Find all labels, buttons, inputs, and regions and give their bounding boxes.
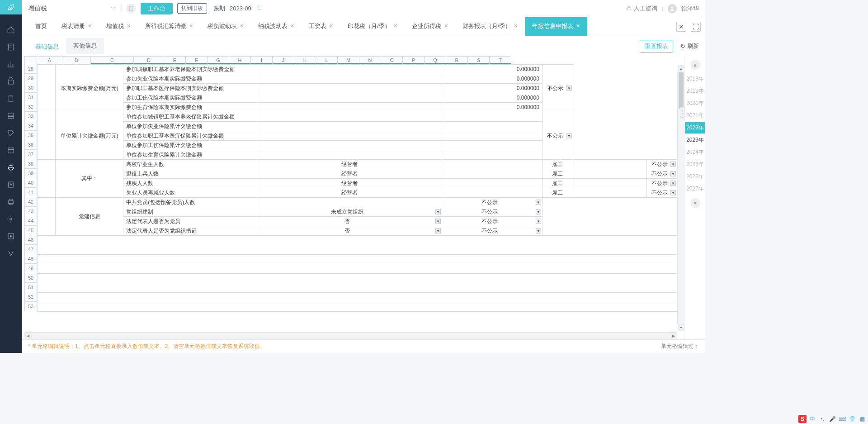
- scroll-left-button[interactable]: ◀: [24, 333, 32, 340]
- g3-bv-0[interactable]: [573, 160, 646, 169]
- tab-close-icon[interactable]: ✕: [290, 23, 294, 29]
- nav-export[interactable]: [0, 179, 22, 190]
- tab-8[interactable]: 企业所得税✕: [405, 17, 455, 36]
- empty-row-52[interactable]: [38, 293, 677, 302]
- tab-close-icon[interactable]: ✕: [444, 23, 448, 29]
- g2-gap-0[interactable]: [257, 112, 442, 122]
- col-T[interactable]: T: [490, 56, 511, 64]
- g3-public-2[interactable]: 不公示▼: [646, 179, 677, 188]
- tab-close-icon[interactable]: ✕: [514, 23, 518, 29]
- dropdown-arrow-icon[interactable]: ▼: [670, 181, 676, 186]
- col-S[interactable]: S: [468, 56, 490, 64]
- g1-public[interactable]: 不公示▼: [542, 65, 573, 112]
- scroll-up-button[interactable]: ▲: [678, 65, 684, 72]
- tab-close-icon[interactable]: ✕: [393, 23, 397, 29]
- g1-value-0[interactable]: 0.000000: [442, 65, 542, 74]
- row-39[interactable]: 39: [24, 169, 37, 178]
- col-F[interactable]: F: [186, 56, 208, 64]
- doc-icon-button[interactable]: [126, 4, 136, 14]
- row-29[interactable]: 29: [24, 74, 37, 83]
- nav-settings[interactable]: [0, 214, 22, 224]
- row-45[interactable]: 45: [24, 226, 37, 235]
- g2-public[interactable]: 不公示▼: [542, 112, 573, 160]
- nav-chart[interactable]: [0, 59, 22, 70]
- col-P[interactable]: P: [403, 56, 425, 64]
- tab-5[interactable]: 纳税波动表✕: [251, 17, 302, 36]
- dropdown-arrow-icon[interactable]: ▼: [670, 171, 676, 176]
- g1-value-3[interactable]: 0.000000: [442, 93, 542, 103]
- ime-skin-icon[interactable]: 👕: [848, 415, 856, 423]
- year-2023年[interactable]: 2023年: [685, 134, 706, 146]
- year-2021年[interactable]: 2021年: [685, 110, 706, 121]
- col-H[interactable]: H: [229, 56, 251, 64]
- ime-zh-icon[interactable]: 中: [808, 415, 816, 423]
- g3-av-3[interactable]: [442, 188, 542, 198]
- subtab-other[interactable]: 其他信息: [66, 38, 104, 54]
- g2-gap-3[interactable]: [257, 141, 442, 150]
- row-53[interactable]: 53: [24, 302, 37, 311]
- nav-play[interactable]: [0, 231, 22, 242]
- tab-10[interactable]: 年报信息申报表✕: [525, 17, 587, 36]
- empty-row-50[interactable]: [38, 274, 677, 283]
- row-32[interactable]: 32: [24, 102, 37, 112]
- row-42[interactable]: 42: [24, 197, 37, 207]
- row-28[interactable]: 28: [24, 64, 37, 74]
- vscroll-thumb[interactable]: [679, 72, 684, 109]
- g2-value-1[interactable]: [442, 122, 542, 131]
- dropdown-arrow-icon[interactable]: ▼: [536, 228, 541, 233]
- row-43[interactable]: 43: [24, 207, 37, 216]
- g1-gap-2[interactable]: [257, 84, 442, 93]
- corner-cell[interactable]: [24, 56, 37, 64]
- g4-value-2[interactable]: 否▼: [257, 217, 442, 226]
- dropdown-arrow-icon[interactable]: ▼: [670, 190, 676, 195]
- col-L[interactable]: L: [316, 56, 338, 64]
- tab-3[interactable]: 所得税汇算清缴✕: [138, 17, 200, 36]
- dropdown-arrow-icon[interactable]: ▼: [670, 162, 676, 167]
- tab-0[interactable]: 首页: [28, 17, 54, 36]
- nav-print[interactable]: [0, 196, 22, 207]
- expand-tabs-button[interactable]: ⛶: [691, 22, 701, 32]
- row-51[interactable]: 51: [24, 283, 37, 292]
- ime-kbd-icon[interactable]: ⌨: [838, 415, 846, 423]
- g3-av-2[interactable]: [442, 179, 542, 188]
- tab-9[interactable]: 财务报表（月/季）✕: [455, 17, 525, 36]
- horizontal-scrollbar[interactable]: ◀ ▶: [24, 332, 677, 339]
- spreadsheet-table[interactable]: 本期实际缴费金额(万元)参加城镇职工基本养老保险本期实际缴费金额0.000000…: [37, 64, 677, 312]
- tab-close-icon[interactable]: ✕: [240, 23, 244, 29]
- row-47[interactable]: 47: [24, 245, 37, 254]
- tab-close-icon[interactable]: ✕: [88, 23, 92, 29]
- dropdown-arrow-icon[interactable]: ▼: [435, 209, 441, 214]
- nav-home[interactable]: [0, 24, 22, 35]
- refresh-button[interactable]: ↻ 刷新: [680, 42, 699, 50]
- g2-value-0[interactable]: [442, 112, 542, 122]
- workspace-button[interactable]: 工作台: [141, 3, 173, 14]
- g3-public-1[interactable]: 不公示▼: [646, 169, 677, 179]
- g3-public-3[interactable]: 不公示▼: [646, 188, 677, 198]
- g2-value-3[interactable]: [442, 141, 542, 150]
- tab-1[interactable]: 税表清册✕: [54, 17, 99, 36]
- row-44[interactable]: 44: [24, 216, 37, 226]
- scroll-down-button[interactable]: ▼: [678, 324, 684, 331]
- year-2022年[interactable]: 2022年: [685, 122, 706, 133]
- scroll-right-button[interactable]: ▶: [670, 333, 677, 340]
- ime-punct-icon[interactable]: •,: [818, 415, 826, 423]
- nav-calendar[interactable]: [0, 145, 22, 156]
- subtab-basic[interactable]: 基础信息: [28, 38, 66, 54]
- g1-gap-3[interactable]: [257, 93, 442, 103]
- row-41[interactable]: 41: [24, 188, 37, 197]
- row-40[interactable]: 40: [24, 178, 37, 188]
- g3-bv-3[interactable]: [573, 188, 646, 198]
- row-30[interactable]: 30: [24, 83, 37, 93]
- col-B[interactable]: B: [62, 56, 91, 64]
- row-50[interactable]: 50: [24, 273, 37, 283]
- year-2024年[interactable]: 2024年: [685, 147, 706, 158]
- g4-value-3[interactable]: 否▼: [257, 226, 442, 236]
- col-J[interactable]: J: [273, 56, 294, 64]
- reset-report-button[interactable]: 重置报表: [640, 40, 673, 52]
- row-38[interactable]: 38: [24, 159, 37, 169]
- tab-close-icon[interactable]: ✕: [189, 23, 193, 29]
- nav-tag[interactable]: [0, 128, 22, 138]
- g3-av-1[interactable]: [442, 169, 542, 179]
- dropdown-arrow-icon[interactable]: ▼: [536, 219, 541, 224]
- g3-av-0[interactable]: [442, 160, 542, 169]
